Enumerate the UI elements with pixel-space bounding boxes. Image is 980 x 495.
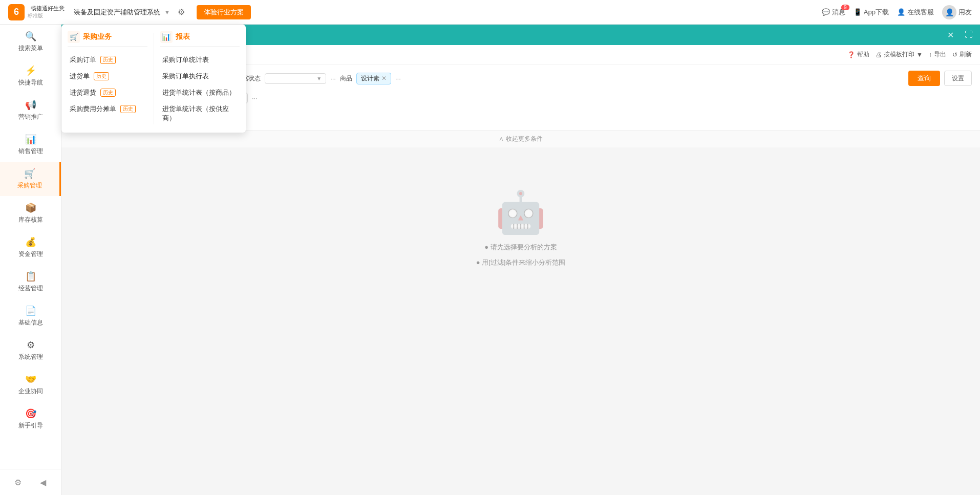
purchase-dropdown-menu: 🛒 采购业务 采购订单 历史 进货单 历史 进货退货 历史 采购费用分摊单 历史 xyxy=(61,25,246,133)
settings-button[interactable]: 设置 xyxy=(944,71,972,86)
help-icon: ❓ xyxy=(847,51,855,58)
sidebar-label-marketing: 营销推广 xyxy=(18,113,43,121)
sidebar-item-purchase[interactable]: 🛒 采购管理 xyxy=(0,162,61,196)
sidebar-item-search[interactable]: 🔍 搜索菜单 xyxy=(0,25,61,59)
quick-nav-icon: ⚡ xyxy=(25,65,36,76)
history-badge-2[interactable]: 历史 xyxy=(100,89,116,97)
sidebar-item-sales[interactable]: 📊 销售管理 xyxy=(0,127,61,162)
logo-area: 6 畅捷通好生意 标准版 xyxy=(8,4,70,20)
collapse-text: 收起更多条件 xyxy=(506,135,543,142)
tab-close-window-btn[interactable]: ✕ xyxy=(943,28,957,42)
order-exec-label: 采购订单执行表 xyxy=(162,72,209,81)
collapse-bar[interactable]: ∧ 收起更多条件 xyxy=(61,130,980,147)
sidebar-label-finance: 资金管理 xyxy=(18,250,43,259)
goods-tag-remove-icon[interactable]: ✕ xyxy=(381,75,387,82)
report-title-text: 报表 xyxy=(176,32,190,41)
system-icon: ⚙ xyxy=(27,339,35,351)
user-label: 用友 xyxy=(958,8,972,17)
sidebar-label-quick-nav: 快捷导航 xyxy=(18,78,43,87)
history-badge-3[interactable]: 历史 xyxy=(120,105,136,113)
sidebar-collapse-btn[interactable]: ◀ xyxy=(35,475,51,490)
empty-state: 🤖 ● 请先选择要分析的方案 ● 用[过滤]条件来缩小分析范围 xyxy=(61,147,980,308)
sidebar-item-system[interactable]: ⚙ 系统管理 xyxy=(0,333,61,368)
dropdown-item-incoming-stats-goods[interactable]: 进货单统计表（按商品） xyxy=(160,84,240,101)
industry-button[interactable]: 体验行业方案 xyxy=(197,5,251,19)
dropdown-item-order-stats[interactable]: 采购订单统计表 xyxy=(160,52,240,68)
empty-illustration: 🤖 xyxy=(495,188,546,236)
sidebar-label-inventory: 库存核算 xyxy=(18,216,43,224)
sidebar-item-marketing[interactable]: 📢 营销推广 xyxy=(0,93,61,127)
search-icon: 🔍 xyxy=(25,31,36,42)
goods-label: 商品 xyxy=(340,74,352,83)
dropdown-item-return[interactable]: 进货退货 历史 xyxy=(68,84,147,101)
empty-hint-1: ● 请先选择要分析的方案 xyxy=(484,243,557,252)
logo-icon: 6 xyxy=(8,4,25,20)
order-stats-label: 采购订单统计表 xyxy=(162,55,209,64)
settings-icon[interactable]: ⚙ xyxy=(174,5,188,19)
refresh-button[interactable]: ↺ 刷新 xyxy=(952,50,972,59)
sidebar-item-inventory[interactable]: 📦 库存核算 xyxy=(0,196,61,230)
empty-hint-2: ● 用[过滤]条件来缩小分析范围 xyxy=(476,258,566,267)
sidebar-settings-btn[interactable]: ⚙ xyxy=(10,475,26,490)
report-section-title: 📊 报表 xyxy=(160,31,240,47)
goods-more-icon[interactable]: ··· xyxy=(395,75,401,82)
dropdown-item-expense[interactable]: 采购费用分摊单 历史 xyxy=(68,101,147,117)
tab-right-buttons: ✕ ⛶ xyxy=(943,28,976,42)
export-button[interactable]: ↑ 导出 xyxy=(929,50,946,59)
phone-icon: 📱 xyxy=(854,8,862,16)
sidebar: 🔍 搜索菜单 ⚡ 快捷导航 📢 营销推广 📊 销售管理 🛒 采购管理 📦 xyxy=(0,25,61,495)
help-button[interactable]: ❓ 帮助 xyxy=(847,50,869,59)
system-arrow-icon[interactable]: ▼ xyxy=(164,9,170,15)
operations-icon: 📋 xyxy=(25,271,36,282)
sidebar-item-guide[interactable]: 🎯 新手引导 xyxy=(0,402,61,436)
empty-hint-1-text: 请先选择要分析的方案 xyxy=(491,243,557,251)
message-icon: 💬 xyxy=(822,8,830,16)
refresh-icon: ↺ xyxy=(952,51,957,58)
sidebar-label-search: 搜索菜单 xyxy=(18,44,43,53)
message-badge: 9 xyxy=(841,5,849,10)
sidebar-item-basic-info[interactable]: 📄 基础信息 xyxy=(0,299,61,333)
service-icon: 👤 xyxy=(897,8,905,16)
message-button[interactable]: 💬 消息 9 xyxy=(822,8,845,17)
status-select[interactable]: ▼ xyxy=(265,73,326,84)
goods-tag-value: 设计素 xyxy=(361,74,379,83)
dropdown-item-purchase-order[interactable]: 采购订单 历史 xyxy=(68,52,147,68)
purchase-section: 🛒 采购业务 采购订单 历史 进货单 历史 进货退货 历史 采购费用分摊单 历史 xyxy=(61,31,154,126)
sidebar-item-finance[interactable]: 💰 资金管理 xyxy=(0,230,61,265)
dropdown-item-incoming-stats-supplier[interactable]: 进货单统计表（按供应商） xyxy=(160,101,240,126)
app-download-label: App下载 xyxy=(864,8,889,17)
return-label: 进货退货 xyxy=(70,88,96,97)
print-label: 按模板打印 xyxy=(884,50,914,59)
collab-icon: 🤝 xyxy=(25,374,36,385)
sidebar-bottom: ⚙ ◀ xyxy=(0,469,61,495)
app-download-button[interactable]: 📱 App下载 xyxy=(854,8,889,17)
print-button[interactable]: 🖨 按模板打印 ▼ xyxy=(876,50,923,59)
sidebar-item-operations[interactable]: 📋 经营管理 xyxy=(0,265,61,299)
dropdown-item-order-exec[interactable]: 采购订单执行表 xyxy=(160,68,240,84)
expense-label: 采购费用分摊单 xyxy=(70,104,116,114)
sales-icon: 📊 xyxy=(25,134,36,145)
tab-expand-btn[interactable]: ⛶ xyxy=(962,28,976,42)
history-badge-1[interactable]: 历史 xyxy=(94,72,109,80)
incoming-stats-goods-label: 进货单统计表（按商品） xyxy=(162,88,236,97)
finance-icon: 💰 xyxy=(25,236,36,248)
basic-info-icon: 📄 xyxy=(25,305,36,316)
history-badge-0[interactable]: 历史 xyxy=(100,56,116,64)
status-more-icon[interactable]: ··· xyxy=(330,75,336,82)
online-service-button[interactable]: 👤 在线客服 xyxy=(897,8,934,17)
print-arrow-icon: ▼ xyxy=(917,51,923,58)
sidebar-item-collab[interactable]: 🤝 企业协同 xyxy=(0,368,61,402)
user-menu[interactable]: 👤 用友 xyxy=(942,5,972,19)
purchase-icon: 🛒 xyxy=(24,168,35,179)
incoming-stats-supplier-label: 进货单统计表（按供应商） xyxy=(162,104,238,123)
system-name-area: 装备及固定资产辅助管理系统 ▼ ⚙ 体验行业方案 xyxy=(74,5,822,19)
query-button[interactable]: 查询 xyxy=(908,71,940,86)
dropdown-item-incoming[interactable]: 进货单 历史 xyxy=(68,68,147,84)
sidebar-item-quick-nav[interactable]: ⚡ 快捷导航 xyxy=(0,59,61,93)
status-dropdown-arrow-icon: ▼ xyxy=(316,76,322,81)
top-bar: 6 畅捷通好生意 标准版 装备及固定资产辅助管理系统 ▼ ⚙ 体验行业方案 💬 … xyxy=(0,0,980,25)
guide-icon: 🎯 xyxy=(25,408,36,419)
purchase-order-label: 采购订单 xyxy=(70,55,96,64)
salesperson-more-icon[interactable]: ··· xyxy=(252,94,258,102)
purchase-title-text: 采购业务 xyxy=(83,32,112,41)
